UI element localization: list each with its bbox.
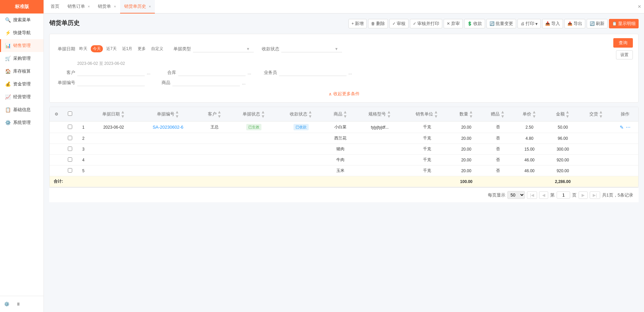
tab-home[interactable]: 首页: [47, 0, 63, 14]
refresh-button[interactable]: 🔄 刷新: [587, 19, 608, 28]
customer-dots[interactable]: ...: [147, 70, 150, 75]
batch-change-label: 批量变更: [496, 21, 513, 27]
tab-sales-goods[interactable]: 销货单 ×: [94, 0, 120, 14]
th-doc-date[interactable]: 单据日期 ▲▼: [90, 107, 137, 122]
print-button[interactable]: 🖨 打印 ▾: [517, 19, 541, 28]
audit-button[interactable]: ✓ 审核: [389, 19, 409, 28]
collect-button[interactable]: 💲 收款: [464, 19, 485, 28]
tab-sales-history[interactable]: 销货单历史 ×: [120, 0, 155, 14]
new-button[interactable]: + 新增: [348, 19, 367, 28]
sales-rep-dots[interactable]: ...: [348, 70, 352, 75]
th-unit[interactable]: 销售单位 ▲▼: [403, 107, 451, 122]
th-doc-status[interactable]: 单据状态 ▲▼: [230, 107, 278, 122]
th-gift[interactable]: 赠品 ▲▼: [482, 107, 514, 122]
finance-mgmt-icon: 💰: [5, 81, 10, 87]
cell-row-no: 2: [77, 133, 90, 144]
sales-rep-input[interactable]: [279, 69, 346, 76]
row-checkbox[interactable]: [68, 168, 72, 173]
cell-amount: 920.00: [545, 165, 580, 176]
cell-check[interactable]: [63, 144, 77, 155]
doc-no-input[interactable]: [77, 79, 145, 86]
data-table-wrapper: ⚙ 单据日期 ▲▼ 单据编号 ▲▼: [49, 107, 639, 187]
tab-sales-history-close[interactable]: ×: [149, 4, 151, 8]
first-page-button[interactable]: |◀: [527, 191, 537, 199]
date-btn-custom[interactable]: 自定义: [149, 45, 165, 52]
more-icon[interactable]: ⋯: [626, 125, 631, 130]
row-checkbox[interactable]: [68, 125, 72, 129]
batch-change-button[interactable]: 🔄 批量变更: [486, 19, 516, 28]
sidebar-item-quick-nav[interactable]: ⚡ 快捷导航: [0, 26, 44, 39]
sidebar-item-basic-info[interactable]: 📋 基础信息: [0, 103, 44, 116]
th-qty[interactable]: 数量 ▲▼: [450, 107, 482, 122]
per-page-select[interactable]: 50 100 200: [507, 191, 525, 199]
audit-label: 审核: [397, 21, 405, 27]
th-customer[interactable]: 客户 ▲▼: [199, 107, 230, 122]
goods-input[interactable]: [172, 79, 240, 86]
sidebar-item-operations[interactable]: 📈 经营管理: [0, 90, 44, 103]
cell-check[interactable]: [63, 165, 77, 176]
select-all-checkbox[interactable]: [68, 111, 72, 116]
cell-check[interactable]: [63, 133, 77, 144]
th-spec[interactable]: 规格型号 ▲▼: [356, 107, 403, 122]
query-button[interactable]: 查询: [613, 38, 633, 48]
th-doc-no[interactable]: 单据编号 ▲▼: [137, 107, 199, 122]
date-btn-yesterday[interactable]: 昨天: [77, 45, 89, 52]
doc-type-dropdown-icon[interactable]: ▾: [247, 46, 249, 51]
sidebar-item-finance-mgmt[interactable]: 💰 资金管理: [0, 78, 44, 90]
tab-sales-order[interactable]: 销售订单 ×: [63, 0, 94, 14]
row-checkbox[interactable]: [68, 136, 72, 140]
cell-check[interactable]: [63, 122, 77, 133]
cell-check[interactable]: [63, 155, 77, 165]
tab-sales-order-close[interactable]: ×: [88, 4, 90, 8]
doc-no-link[interactable]: SA-20230602-6: [152, 125, 183, 130]
th-trade[interactable]: 交货 ▲▼: [580, 107, 612, 122]
collapse-label: 收起更多条件: [333, 91, 360, 97]
last-page-button[interactable]: ▶|: [590, 191, 600, 199]
sidebar-item-sys-mgmt[interactable]: ⚙️ 系统管理: [0, 116, 44, 129]
collect-status-dropdown-icon[interactable]: ▾: [335, 46, 338, 51]
audit-icon: ✓: [392, 21, 396, 26]
show-detail-button[interactable]: 📋 显示明细: [609, 19, 639, 28]
audit-print-button[interactable]: ✓ 审核并打印: [410, 19, 442, 28]
th-gear[interactable]: ⚙: [50, 107, 63, 122]
th-amount[interactable]: 金额 ▲▼: [545, 107, 580, 122]
date-btn-more[interactable]: 更多: [136, 45, 148, 52]
cell-customer: [199, 144, 230, 155]
export-button[interactable]: 📤 导出: [564, 19, 585, 28]
date-btn-1month[interactable]: 近1月: [120, 45, 135, 52]
per-page-label: 每页显示: [488, 192, 505, 198]
row-checkbox[interactable]: [68, 157, 72, 162]
prev-page-button[interactable]: ◀: [539, 191, 548, 199]
th-goods[interactable]: 商品 ▲▼: [325, 107, 356, 122]
sidebar-bottom-settings[interactable]: ⚙️ ⏸: [0, 299, 44, 309]
sidebar-item-sales-mgmt[interactable]: 📊 销售管理: [0, 39, 44, 52]
import-label: 导入: [551, 21, 560, 27]
abandon-button[interactable]: ✕ 弃审: [444, 19, 463, 28]
goods-dots[interactable]: ...: [242, 80, 246, 85]
warehouse-dots[interactable]: ...: [248, 70, 251, 75]
sidebar-item-purchase-mgmt[interactable]: 🛒 采购管理: [0, 52, 44, 65]
collapse-button[interactable]: ∧ 收起更多条件: [327, 89, 361, 98]
sidebar-item-search-menu[interactable]: 🔍 搜索菜单: [0, 14, 44, 26]
page-number-input[interactable]: [557, 191, 570, 199]
collect-status-input[interactable]: [281, 46, 335, 52]
tab-sales-goods-close[interactable]: ×: [114, 4, 116, 8]
warehouse-input[interactable]: [178, 69, 246, 76]
row-checkbox[interactable]: [68, 147, 72, 151]
customer-input[interactable]: [77, 69, 145, 76]
sidebar-item-label: 搜索菜单: [13, 17, 31, 23]
filter-area: 单据日期 昨天 今天 近7天 近1月 更多 自定义 单据类型 ▾: [49, 34, 639, 103]
doc-type-input[interactable]: [193, 46, 247, 52]
import-button[interactable]: 📥 导入: [542, 19, 563, 28]
th-check[interactable]: [63, 107, 77, 122]
delete-button[interactable]: 🗑 删除: [368, 19, 388, 28]
th-collect-status[interactable]: 收款状态 ▲▼: [278, 107, 325, 122]
date-btn-today[interactable]: 今天: [91, 45, 103, 52]
date-btn-7days[interactable]: 近7天: [104, 45, 119, 52]
next-page-button[interactable]: ▶: [579, 191, 588, 199]
th-unit-price[interactable]: 单价 ▲▼: [514, 107, 545, 122]
sidebar-item-inventory[interactable]: 🏠 库存核算: [0, 65, 44, 78]
window-close-icon[interactable]: ✕: [638, 4, 641, 9]
edit-icon[interactable]: ✎: [620, 125, 624, 130]
settings-button[interactable]: 设置: [616, 50, 633, 59]
